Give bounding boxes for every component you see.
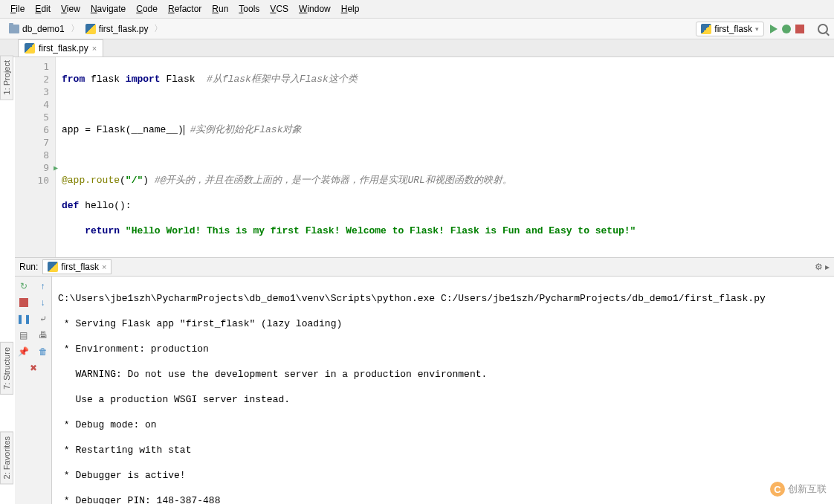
pin-button[interactable]: 📌 bbox=[17, 345, 30, 358]
menu-help[interactable]: Help bbox=[337, 2, 364, 16]
console-line: C:\Users\jbe1szh\PycharmProjects\db_demo… bbox=[58, 292, 828, 305]
soft-wrap-button[interactable]: ⤶ bbox=[36, 312, 50, 326]
stop-button[interactable] bbox=[795, 25, 804, 33]
menu-view[interactable]: View bbox=[56, 2, 85, 16]
chevron-down-icon: ▾ bbox=[755, 25, 759, 33]
debug-button[interactable] bbox=[782, 25, 791, 33]
breadcrumb-project[interactable]: db_demo1 bbox=[6, 22, 68, 36]
code-area[interactable]: from flask import Flask #从flask框架中导入Flas… bbox=[56, 57, 834, 257]
watermark-text: 创新互联 bbox=[788, 482, 827, 496]
watermark-logo-icon: C bbox=[770, 482, 785, 497]
run-config-label: first_flask bbox=[714, 24, 752, 34]
menu-refactor[interactable]: Refactor bbox=[164, 2, 206, 16]
console-line: * Serving Flask app "first_flask" (lazy … bbox=[58, 317, 828, 330]
run-actions bbox=[770, 24, 828, 34]
gear-icon[interactable]: ⚙ ▸ bbox=[815, 262, 830, 272]
menu-vcs[interactable]: VCS bbox=[265, 2, 293, 16]
console-output[interactable]: C:\Users\jbe1szh\PycharmProjects\db_demo… bbox=[52, 277, 834, 504]
breadcrumb: db_demo1 〉 first_flask.py 〉 bbox=[6, 22, 164, 36]
watermark: C 创新互联 bbox=[770, 482, 827, 497]
menu-run[interactable]: Run bbox=[207, 2, 233, 16]
rerun-button[interactable]: ↻ bbox=[17, 280, 30, 293]
run-configuration-selector[interactable]: first_flask ▾ bbox=[696, 22, 764, 36]
up-button[interactable]: ↑ bbox=[36, 280, 50, 293]
text-cursor bbox=[184, 125, 184, 135]
chevron-right-icon: 〉 bbox=[154, 22, 163, 35]
menu-edit[interactable]: Edit bbox=[30, 2, 55, 16]
chevron-right-icon: 〉 bbox=[71, 22, 80, 35]
line-number: 2 bbox=[18, 73, 49, 85]
python-file-icon bbox=[701, 24, 711, 34]
layout-button[interactable]: ▤ bbox=[17, 329, 30, 342]
python-file-icon bbox=[48, 262, 58, 272]
console-line: Use a production WSGI server instead. bbox=[58, 393, 828, 406]
line-number: 5 bbox=[18, 111, 49, 123]
editor-tab-label: first_flask.py bbox=[39, 43, 88, 54]
run-header: Run: first_flask × ⚙ ▸ bbox=[15, 258, 834, 277]
editor-tabs: first_flask.py × bbox=[0, 39, 834, 57]
console-line: * Environment: production bbox=[58, 343, 828, 355]
run-label: Run: bbox=[19, 262, 38, 272]
stop-button[interactable] bbox=[17, 296, 30, 309]
line-number: 9▶ bbox=[18, 161, 49, 174]
search-everywhere-button[interactable] bbox=[818, 24, 828, 34]
line-number: 7 bbox=[18, 136, 49, 149]
menu-window[interactable]: Window bbox=[294, 2, 335, 16]
python-file-icon bbox=[25, 43, 35, 54]
breadcrumb-file[interactable]: first_flask.py bbox=[83, 22, 152, 36]
menu-file[interactable]: File bbox=[6, 2, 29, 16]
run-button[interactable] bbox=[770, 25, 778, 33]
python-file-icon bbox=[85, 24, 96, 34]
tool-window-project[interactable]: 1: Project bbox=[0, 55, 13, 100]
breadcrumb-file-label: first_flask.py bbox=[99, 24, 149, 34]
run-tool-window: Run: first_flask × ⚙ ▸ ↻ ↑ ↓ ❚❚ ⤶ ▤ 🖶 bbox=[15, 258, 834, 504]
tool-window-structure[interactable]: 7: Structure bbox=[0, 342, 13, 395]
down-button[interactable]: ↓ bbox=[36, 296, 50, 309]
menu-bar: File Edit View Navigate Code Refactor Ru… bbox=[0, 0, 834, 19]
close-tab-icon[interactable]: × bbox=[92, 44, 97, 53]
menu-tools[interactable]: Tools bbox=[234, 2, 264, 16]
console-line: WARNING: Do not use the development serv… bbox=[58, 368, 828, 381]
navigation-toolbar: db_demo1 〉 first_flask.py 〉 first_flask … bbox=[0, 19, 834, 39]
run-gutter-icon[interactable]: ▶ bbox=[54, 161, 58, 174]
line-number: 3 bbox=[18, 85, 49, 98]
trash-button[interactable]: 🗑 bbox=[36, 345, 50, 358]
line-number: 6 bbox=[18, 123, 49, 136]
console-line: * Restarting with stat bbox=[58, 444, 828, 456]
breadcrumb-project-label: db_demo1 bbox=[22, 24, 65, 34]
run-tab-label: first_flask bbox=[61, 262, 99, 272]
close-tab-icon[interactable]: × bbox=[102, 262, 106, 271]
line-number: 4 bbox=[18, 98, 49, 111]
menu-navigate[interactable]: Navigate bbox=[86, 2, 130, 16]
folder-icon bbox=[9, 25, 19, 33]
line-number: 10 bbox=[18, 174, 49, 187]
editor[interactable]: 1 2 3 4 5 6 7 8 9▶ 10 from flask import … bbox=[15, 57, 834, 258]
run-toolbar: ↻ ↑ ↓ ❚❚ ⤶ ▤ 🖶 📌 🗑 ✖ bbox=[15, 277, 52, 504]
close-button[interactable]: ✖ bbox=[27, 361, 40, 375]
tool-window-favorites[interactable]: 2: Favorites bbox=[0, 431, 13, 484]
console-line: * Debug mode: on bbox=[58, 419, 828, 431]
pause-button[interactable]: ❚❚ bbox=[17, 312, 30, 326]
line-number: 8 bbox=[18, 149, 49, 161]
menu-code[interactable]: Code bbox=[132, 2, 162, 16]
console-line: * Debugger PIN: 148-387-488 bbox=[58, 494, 828, 504]
line-number: 1 bbox=[18, 60, 49, 73]
print-button[interactable]: 🖶 bbox=[36, 329, 50, 342]
console-line: * Debugger is active! bbox=[58, 469, 828, 482]
editor-tab-first-flask[interactable]: first_flask.py × bbox=[18, 39, 103, 56]
gutter: 1 2 3 4 5 6 7 8 9▶ 10 bbox=[15, 57, 56, 257]
run-tab[interactable]: first_flask × bbox=[42, 259, 111, 274]
